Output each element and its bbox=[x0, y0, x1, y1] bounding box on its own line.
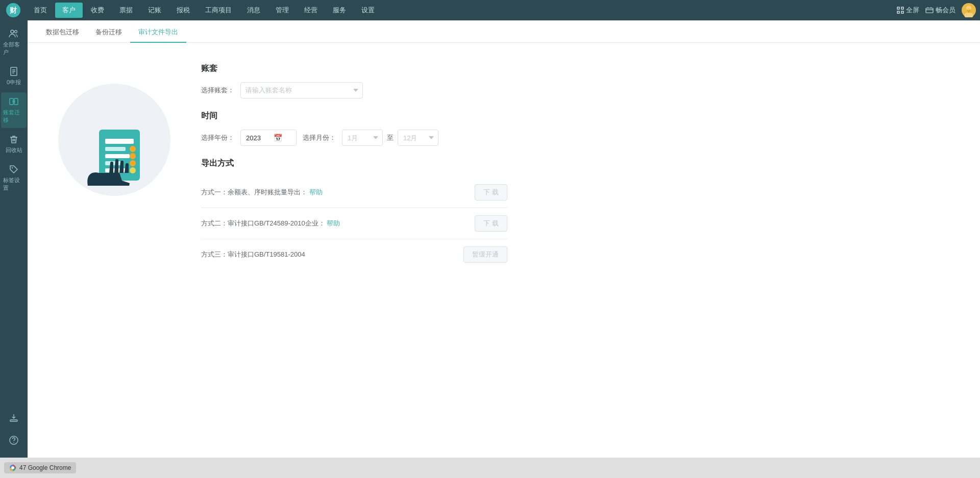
svg-point-31 bbox=[11, 466, 14, 469]
page-content: 账套 选择账套： 请输入账套名称 时间 选择年份： bbox=[28, 43, 980, 458]
avatar-icon: 😊 bbox=[962, 3, 976, 17]
app-logo: 财 bbox=[4, 1, 22, 19]
time-separator: 至 bbox=[387, 133, 394, 142]
svg-rect-4 bbox=[897, 11, 899, 13]
taskbar: 47 Google Chrome bbox=[0, 458, 980, 478]
illustration-svg bbox=[74, 94, 155, 186]
svg-rect-5 bbox=[901, 11, 903, 13]
time-section-title: 时间 bbox=[201, 111, 507, 121]
svg-point-19 bbox=[13, 442, 14, 443]
method2-help-link[interactable]: 帮助 bbox=[327, 219, 340, 227]
svg-point-26 bbox=[130, 146, 136, 152]
sidebar-download-icon[interactable] bbox=[1, 409, 27, 427]
tab-data-migration[interactable]: 数据包迁移 bbox=[38, 22, 87, 43]
svg-rect-17 bbox=[10, 420, 17, 421]
account-label: 选择账套： bbox=[201, 86, 234, 95]
method1-label: 方式一：余额表、序时账批量导出： bbox=[201, 188, 307, 196]
sidebar-item-label: 标签设置 bbox=[3, 177, 24, 192]
nav-message[interactable]: 消息 bbox=[240, 3, 267, 18]
year-select-wrapper: 📅 bbox=[240, 130, 297, 146]
fullscreen-label: 全屏 bbox=[906, 6, 919, 15]
tab-audit-export[interactable]: 审计文件导出 bbox=[130, 22, 186, 43]
top-nav: 财 首页 客户 收费 票据 记账 报税 工商项目 消息 管理 经营 服务 设置 … bbox=[0, 0, 980, 20]
nav-operation[interactable]: 经营 bbox=[297, 3, 325, 18]
method1-help-link[interactable]: 帮助 bbox=[309, 188, 323, 196]
method1-text: 方式一：余额表、序时账批量导出： 帮助 bbox=[201, 188, 323, 197]
nav-customer[interactable]: 客户 bbox=[55, 3, 83, 18]
sidebar-help-icon[interactable] bbox=[1, 431, 27, 449]
svg-rect-15 bbox=[14, 98, 18, 105]
month-end-select[interactable]: 1月 2月 3月 4月 5月 6月 7月 8月 9月 10月 11月 12月 bbox=[398, 130, 438, 146]
help-icon bbox=[9, 435, 19, 445]
nav-manage[interactable]: 管理 bbox=[268, 3, 296, 18]
vip-icon bbox=[925, 7, 934, 14]
tab-backup-migration[interactable]: 备份迁移 bbox=[87, 22, 130, 43]
year-input[interactable] bbox=[240, 130, 297, 146]
nav-invoice[interactable]: 票据 bbox=[112, 3, 140, 18]
download-icon bbox=[9, 413, 19, 423]
file-icon bbox=[9, 66, 19, 77]
nav-service[interactable]: 服务 bbox=[326, 3, 353, 18]
sidebar-item-tag-settings[interactable]: 标签设置 bbox=[1, 160, 27, 196]
form-area: 账套 选择账套： 请输入账套名称 时间 选择年份： bbox=[201, 63, 507, 437]
sidebar-item-migration[interactable]: 账套迁移 bbox=[1, 92, 27, 128]
year-label: 选择年份： bbox=[201, 133, 234, 142]
sidebar-item-declaration[interactable]: 0申报 bbox=[1, 62, 27, 90]
svg-rect-21 bbox=[105, 139, 134, 144]
export-section-title: 导出方式 bbox=[201, 158, 507, 169]
export-method-3: 方式三：审计接口GB/T19581-2004 暂缓开通 bbox=[201, 239, 507, 270]
svg-rect-3 bbox=[901, 7, 903, 9]
content-area: 数据包迁移 备份迁移 审计文件导出 bbox=[28, 20, 980, 458]
account-select[interactable] bbox=[240, 82, 363, 98]
sidebar-item-label: 0申报 bbox=[7, 79, 21, 86]
nav-accounting[interactable]: 记账 bbox=[141, 3, 168, 18]
illustration-circle bbox=[58, 84, 170, 196]
nav-billing[interactable]: 收费 bbox=[84, 3, 111, 18]
svg-rect-23 bbox=[105, 154, 130, 158]
left-sidebar: 全部客户 0申报 账套迁移 回收站 bbox=[0, 20, 28, 458]
export-method-2: 方式二：审计接口GB/T24589-2010企业： 帮助 下 载 bbox=[201, 208, 507, 239]
users-icon bbox=[9, 29, 19, 39]
nav-home[interactable]: 首页 bbox=[27, 3, 54, 18]
avatar-button[interactable]: 😊 bbox=[962, 3, 976, 17]
taskbar-item-label: 47 Google Chrome bbox=[19, 464, 71, 471]
tag-icon bbox=[9, 164, 19, 174]
fullscreen-icon bbox=[897, 7, 904, 14]
method3-label: 方式三：审计接口GB/T19581-2004 bbox=[201, 250, 305, 258]
sidebar-item-recycle[interactable]: 回收站 bbox=[1, 130, 27, 158]
method2-label: 方式二：审计接口GB/T24589-2010企业： bbox=[201, 219, 325, 227]
time-form-row: 选择年份： 📅 选择月份： 1月 2月 3月 4月 5月 6月 bbox=[201, 130, 507, 146]
sidebar-item-label: 账套迁移 bbox=[3, 109, 24, 124]
method2-download-button[interactable]: 下 载 bbox=[475, 215, 507, 232]
account-form-row: 选择账套： 请输入账套名称 bbox=[201, 82, 507, 98]
month-range-row: 1月 2月 3月 4月 5月 6月 7月 8月 9月 10月 11月 12月 bbox=[342, 130, 438, 146]
month-start-select[interactable]: 1月 2月 3月 4月 5月 6月 7月 8月 9月 10月 11月 12月 bbox=[342, 130, 383, 146]
vip-label: 畅会员 bbox=[936, 6, 955, 15]
svg-point-16 bbox=[12, 167, 13, 168]
nav-tax[interactable]: 报税 bbox=[169, 3, 197, 18]
sidebar-item-all-customers[interactable]: 全部客户 bbox=[1, 24, 27, 60]
nav-items: 首页 客户 收费 票据 记账 报税 工商项目 消息 管理 经营 服务 设置 bbox=[27, 3, 897, 18]
method3-text: 方式三：审计接口GB/T19581-2004 bbox=[201, 250, 305, 259]
method1-download-button[interactable]: 下 载 bbox=[475, 184, 507, 200]
sidebar-item-label: 回收站 bbox=[6, 146, 22, 154]
method3-trial-button[interactable]: 暂缓开通 bbox=[463, 246, 507, 263]
migrate-icon bbox=[9, 96, 19, 107]
export-method-1: 方式一：余额表、序时账批量导出： 帮助 下 载 bbox=[201, 177, 507, 208]
svg-point-27 bbox=[130, 153, 136, 159]
svg-point-12 bbox=[15, 31, 17, 33]
account-section-title: 账套 bbox=[201, 63, 507, 74]
month-label: 选择月份： bbox=[303, 133, 336, 142]
svg-rect-2 bbox=[897, 7, 899, 9]
method2-text: 方式二：审计接口GB/T24589-2010企业： 帮助 bbox=[201, 219, 340, 228]
nav-business[interactable]: 工商项目 bbox=[198, 3, 239, 18]
trash-icon bbox=[9, 134, 19, 144]
svg-text:财: 财 bbox=[9, 6, 17, 14]
illustration-area bbox=[58, 63, 170, 437]
svg-text:😊: 😊 bbox=[966, 8, 971, 13]
main-layout: 全部客户 0申报 账套迁移 回收站 bbox=[0, 20, 980, 458]
vip-button[interactable]: 畅会员 bbox=[925, 6, 955, 15]
taskbar-chrome-item[interactable]: 47 Google Chrome bbox=[4, 462, 76, 473]
nav-settings[interactable]: 设置 bbox=[354, 3, 382, 18]
fullscreen-button[interactable]: 全屏 bbox=[897, 6, 919, 15]
